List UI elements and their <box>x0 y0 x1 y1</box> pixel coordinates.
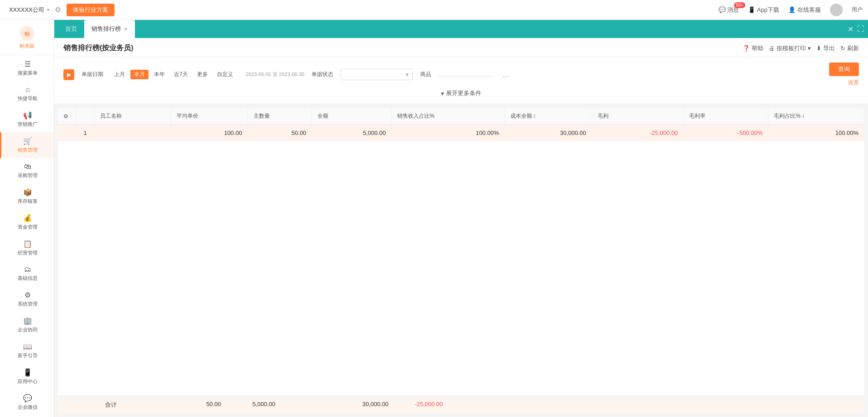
date-tab-7days[interactable]: 近7天 <box>170 70 192 79</box>
data-table: ⚙ 员工名称 平均单价 主数量 全额 销售收入占比% 成本全额 ℹ 毛利 毛利率 <box>58 108 864 141</box>
expand-more-btn[interactable]: ▾ 展开更多条件 <box>63 86 859 98</box>
help-label: 帮助 <box>752 44 763 53</box>
help-icon: ❓ <box>743 45 750 52</box>
message-btn[interactable]: 💬 消息 99+ <box>719 6 739 14</box>
export-btn[interactable]: ⬇ 导出 <box>816 44 835 53</box>
footer-total-text: 合计 <box>100 401 136 409</box>
date-tab-last-month[interactable]: 上月 <box>110 70 129 79</box>
refresh-icon: ↻ <box>840 45 845 52</box>
sidebar-item-label-operations: 经营管理 <box>18 249 38 256</box>
sidebar-item-label-sales: 销售管理 <box>18 147 38 153</box>
purchase-icon: 🛍 <box>24 163 31 171</box>
sidebar-item-marketing[interactable]: 📢 营销推广 <box>0 106 54 132</box>
company-selector[interactable]: XXXXXX公司 ▾ <box>5 4 53 16</box>
date-tab-this-month[interactable]: 本月 <box>130 70 149 79</box>
cell-cost: 30,000.00 <box>505 125 592 141</box>
col-profit-rate: 毛利率 <box>684 108 768 125</box>
sidebar-item-sales[interactable]: 🛒 销售管理 <box>0 132 54 158</box>
avatar[interactable] <box>830 4 843 16</box>
table-body: 1100.0050.005,000.00100.00%30,000.00-25,… <box>58 125 864 141</box>
sidebar-item-inventory[interactable]: 📦 库存核算 <box>0 183 54 209</box>
sidebar-item-label-basic: 基础信息 <box>18 275 38 282</box>
trial-button[interactable]: 体验行业方案 <box>67 4 115 16</box>
goods-input[interactable] <box>438 72 493 77</box>
profit-pct-info-icon[interactable]: ℹ <box>802 113 804 119</box>
date-tab-this-year[interactable]: 本年 <box>150 70 168 79</box>
cell-settings <box>58 125 76 141</box>
sidebar-item-system[interactable]: ⚙ 系统管理 <box>0 286 54 312</box>
message-badge: 99+ <box>734 2 745 8</box>
tab-home-label: 首页 <box>65 25 77 33</box>
settings-link[interactable]: 设置 <box>848 79 859 86</box>
cell-profit-rate: -500.00% <box>684 125 768 141</box>
sidebar-item-label-apps: 应用中心 <box>18 378 38 385</box>
filter-area: ▶ 单据日期 上月 本月 本年 近7天 更多 自定义 2023-06-01 至 … <box>54 57 868 104</box>
table-row: 1100.0050.005,000.00100.00%30,000.00-25,… <box>58 125 864 141</box>
tab-home[interactable]: 首页 <box>58 20 84 38</box>
col-settings[interactable]: ⚙ <box>58 108 76 125</box>
search-menu-icon: ☰ <box>24 60 31 68</box>
sidebar-item-wechat[interactable]: 💬 企业微信 <box>0 389 54 415</box>
enterprise-icon: 🏢 <box>23 316 32 325</box>
query-area: 查询 设置 <box>829 62 859 86</box>
query-btn[interactable]: 查询 <box>829 62 859 76</box>
date-range-display: 2023-06-01 至 2023-06-30 <box>246 71 305 78</box>
table-container: ⚙ 员工名称 平均单价 主数量 全额 销售收入占比% 成本全额 ℹ 毛利 毛利率 <box>58 108 864 396</box>
col-name: 员工名称 <box>94 108 171 125</box>
sidebar: 畅 标准版 ☰ 搜索菜单 ⌂ 快捷导航 📢 营销推广 🛒 销售管理 🛍 采购管理… <box>0 20 54 417</box>
cost-info-icon[interactable]: ℹ <box>533 113 535 119</box>
sidebar-item-member[interactable]: V 畅会员 <box>0 415 54 417</box>
filter-more-dots[interactable]: … <box>502 71 509 79</box>
status-select[interactable]: ▾ <box>340 69 413 80</box>
app-icon: 📱 <box>748 6 755 13</box>
date-tab-more[interactable]: 更多 <box>193 70 211 79</box>
online-service-btn[interactable]: 👤 在线客服 <box>788 6 821 14</box>
sidebar-item-basic[interactable]: 🗂 基础信息 <box>0 261 54 286</box>
tab-sales-rank[interactable]: 销售排行榜 ✕ <box>84 20 135 38</box>
main-layout: 畅 标准版 ☰ 搜索菜单 ⌂ 快捷导航 📢 营销推广 🛒 销售管理 🛍 采购管理… <box>0 20 868 417</box>
svg-text:畅: 畅 <box>24 31 30 37</box>
sidebar-item-apps[interactable]: 📱 应用中心 <box>0 364 54 389</box>
sidebar-item-label-quick-nav: 快捷导航 <box>18 95 38 102</box>
footer-qty: 50.00 <box>181 401 226 409</box>
footer-cost: 30,000.00 <box>335 401 394 409</box>
sidebar-item-finance[interactable]: 💰 资金管理 <box>0 209 54 235</box>
app-download-btn[interactable]: 📱 App下载 <box>748 6 779 14</box>
cell-name <box>94 125 171 141</box>
sidebar-item-purchase[interactable]: 🛍 采购管理 <box>0 158 54 183</box>
logo-icon: 畅 <box>19 25 35 42</box>
expand-down-icon: ▾ <box>441 90 444 97</box>
cell-avg-price: 100.00 <box>171 125 248 141</box>
logo-area: 畅 标准版 <box>0 20 54 55</box>
tab-maximize-icon[interactable]: ⛶ <box>857 25 864 33</box>
footer-profit: -25,000.00 <box>394 401 448 409</box>
goods-filter-label: 商品 <box>420 71 431 78</box>
sidebar-item-label-inventory: 库存核算 <box>18 198 38 205</box>
col-avg-price: 平均单价 <box>171 108 248 125</box>
sidebar-item-search[interactable]: ☰ 搜索菜单 <box>0 55 54 81</box>
tab-close-window-icon[interactable]: ✕ <box>848 25 854 34</box>
refresh-btn[interactable]: ↻ 刷新 <box>840 44 859 53</box>
settings-icon[interactable]: ⚙ <box>55 5 61 14</box>
sidebar-item-newbie[interactable]: 📖 新手引导 <box>0 338 54 364</box>
date-tab-custom[interactable]: 自定义 <box>213 70 237 79</box>
sidebar-item-label-purchase: 采购管理 <box>18 172 38 179</box>
date-filter-label: 单据日期 <box>82 71 103 78</box>
page-title: 销售排行榜(按业务员) <box>63 43 134 53</box>
app-label: App下载 <box>757 6 779 14</box>
col-profit-pct: 毛利占比% ℹ <box>768 108 864 125</box>
tab-right-actions: ✕ ⛶ <box>848 25 864 34</box>
print-icon: 🖨 <box>769 45 775 52</box>
col-rank <box>76 108 94 125</box>
sidebar-item-operations[interactable]: 📋 经营管理 <box>0 235 54 261</box>
sidebar-item-quick-nav[interactable]: ⌂ 快捷导航 <box>0 81 54 106</box>
tab-close-icon[interactable]: ✕ <box>124 26 128 32</box>
print-btn[interactable]: 🖨 按模板打印 ▾ <box>769 44 811 53</box>
filter-toggle-btn[interactable]: ▶ <box>63 69 74 80</box>
sales-icon: 🛒 <box>23 137 32 145</box>
chevron-down-icon: ▾ <box>47 7 49 12</box>
basic-icon: 🗂 <box>24 265 31 273</box>
sidebar-item-enterprise[interactable]: 🏢 企业协同 <box>0 312 54 338</box>
apps-icon: 📱 <box>23 368 32 377</box>
help-btn[interactable]: ❓ 帮助 <box>743 44 763 53</box>
